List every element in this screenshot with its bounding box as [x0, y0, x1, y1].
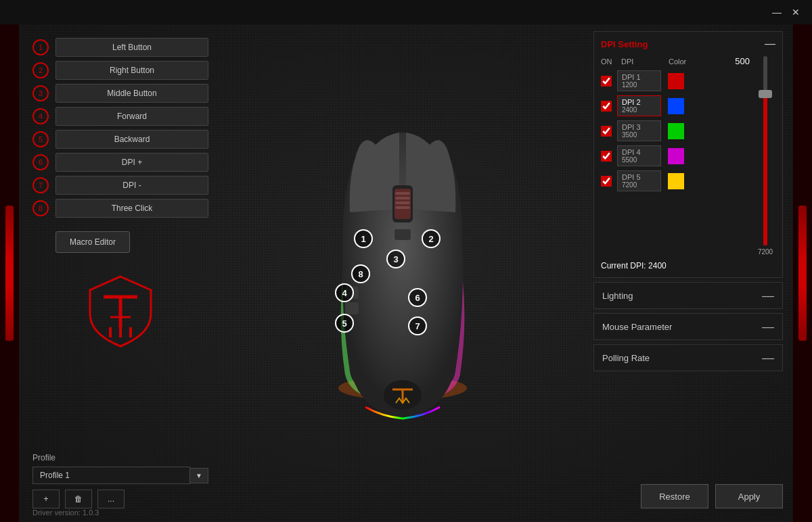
- dpi-slider-area: ON DPI Color 500 DPI 11200DPI 22400DPI 3…: [601, 56, 775, 256]
- button-label-7[interactable]: DPI -: [55, 176, 208, 195]
- mouse-parameter-minimize[interactable]: —: [762, 321, 774, 333]
- restore-button[interactable]: Restore: [641, 484, 708, 508]
- left-red-strip: [5, 206, 14, 341]
- dpi-slider-fill: [763, 94, 767, 245]
- mouse-parameter-panel: Mouse Parameter —: [593, 313, 783, 340]
- polling-rate-minimize[interactable]: —: [762, 352, 774, 364]
- mouse-label-3: 3: [386, 250, 405, 268]
- button-row: 8Three Click: [32, 199, 208, 218]
- button-row: 5Backward: [32, 130, 208, 149]
- dpi-color-swatch-5[interactable]: [668, 173, 684, 189]
- dpi-checkbox-2[interactable]: [601, 101, 612, 112]
- button-row: 2Right Button: [32, 61, 208, 80]
- dpi-checkbox-3[interactable]: [601, 126, 612, 137]
- dpi-slider-column: 7200: [755, 56, 775, 256]
- button-number-5: 5: [32, 131, 49, 147]
- logo-area: [32, 273, 208, 348]
- dpi-slider-thumb[interactable]: [759, 90, 772, 98]
- polling-rate-panel: Polling Rate —: [593, 344, 783, 371]
- dpi-name-box-4[interactable]: DPI 45500: [617, 145, 661, 166]
- dpi-panel-header: DPI Setting —: [601, 39, 775, 49]
- mouse-label-5: 5: [335, 314, 354, 333]
- dpi-row-1: DPI 11200: [601, 70, 750, 91]
- profile-arrow[interactable]: ▼: [190, 468, 208, 483]
- dpi-checkbox-5[interactable]: [601, 176, 612, 187]
- profile-select-wrap: Profile 1 ▼: [32, 467, 208, 484]
- mouse-label-2: 2: [422, 229, 441, 248]
- button-label-5[interactable]: Backward: [55, 130, 208, 149]
- dpi-name-box-3[interactable]: DPI 33500: [617, 120, 661, 141]
- dpi-col-on-label: ON: [601, 57, 621, 66]
- mouse-parameter-header[interactable]: Mouse Parameter —: [594, 314, 782, 339]
- button-number-7: 7: [32, 177, 49, 193]
- driver-version: Driver version: 1.0.3: [32, 508, 99, 517]
- mouse-label-8: 8: [351, 264, 370, 283]
- profile-more-button[interactable]: ...: [97, 490, 125, 508]
- profile-delete-button[interactable]: 🗑: [65, 490, 92, 508]
- profile-label: Profile: [32, 453, 208, 462]
- dpi-panel-minimize[interactable]: —: [765, 39, 775, 49]
- button-label-4[interactable]: Forward: [55, 107, 208, 126]
- button-number-1: 1: [32, 39, 49, 55]
- dpi-name-box-1[interactable]: DPI 11200: [617, 70, 661, 91]
- brand-logo: [87, 273, 154, 348]
- button-row: 6DPI +: [32, 153, 208, 172]
- svg-rect-14: [394, 229, 411, 240]
- main-content: 1Left Button2Right Button3Middle Button4…: [0, 24, 812, 522]
- dpi-checkbox-1[interactable]: [601, 76, 612, 87]
- dpi-color-swatch-1[interactable]: [668, 73, 684, 89]
- dpi-current-label: Current DPI:: [601, 261, 646, 270]
- dpi-name-box-2[interactable]: DPI 22400: [617, 95, 661, 116]
- right-red-strip: [798, 206, 807, 341]
- button-row: 7DPI -: [32, 176, 208, 195]
- lighting-minimize[interactable]: —: [762, 289, 774, 302]
- mouse-label-7: 7: [408, 316, 427, 335]
- button-number-2: 2: [32, 62, 49, 78]
- dpi-color-swatch-3[interactable]: [668, 123, 684, 139]
- button-row: 1Left Button: [32, 38, 208, 57]
- button-label-2[interactable]: Right Button: [55, 61, 208, 80]
- button-label-8[interactable]: Three Click: [55, 199, 208, 218]
- dpi-slider-min-val: 7200: [758, 248, 773, 256]
- dpi-current-value: 2400: [648, 261, 667, 270]
- left-panel: 1Left Button2Right Button3Middle Button4…: [19, 24, 222, 522]
- dpi-row-4: DPI 45500: [601, 145, 750, 166]
- mouse-label-1: 1: [354, 229, 373, 248]
- dpi-col-color-label: Color: [669, 57, 702, 66]
- button-number-3: 3: [32, 85, 49, 101]
- dpi-panel: DPI Setting — ON DPI Color 500 DPI 11200: [593, 31, 783, 278]
- right-panel: DPI Setting — ON DPI Color 500 DPI 11200: [583, 24, 793, 522]
- apply-button[interactable]: Apply: [715, 484, 783, 508]
- profile-actions: + 🗑 ...: [32, 490, 208, 508]
- app-window: — ✕ 1Left Button2Right Button3Middle But…: [0, 0, 812, 522]
- button-label-3[interactable]: Middle Button: [55, 84, 208, 103]
- button-number-8: 8: [32, 200, 49, 216]
- dpi-checkbox-4[interactable]: [601, 151, 612, 162]
- button-label-1[interactable]: Left Button: [55, 38, 208, 57]
- svg-rect-16: [345, 302, 359, 314]
- profile-add-button[interactable]: +: [32, 490, 60, 508]
- mouse-wrapper: 1 2 3 4 5 6 7 8: [294, 104, 511, 442]
- dpi-color-swatch-4[interactable]: [668, 148, 684, 164]
- dpi-panel-title: DPI Setting: [601, 39, 648, 49]
- dpi-color-swatch-2[interactable]: [668, 98, 684, 114]
- polling-rate-header[interactable]: Polling Rate —: [594, 345, 782, 371]
- close-button[interactable]: ✕: [786, 5, 805, 20]
- button-label-6[interactable]: DPI +: [55, 153, 208, 172]
- dpi-row-5: DPI 57200: [601, 170, 750, 191]
- dpi-row-3: DPI 33500: [601, 120, 750, 141]
- minimize-button[interactable]: —: [767, 5, 786, 20]
- mouse-label-6: 6: [408, 288, 427, 307]
- button-list: 1Left Button2Right Button3Middle Button4…: [32, 38, 208, 218]
- lighting-section-header[interactable]: Lighting —: [594, 283, 782, 308]
- profile-select[interactable]: Profile 1: [32, 467, 190, 484]
- polling-rate-title: Polling Rate: [602, 353, 650, 363]
- macro-editor-button[interactable]: Macro Editor: [55, 231, 130, 253]
- dpi-name-box-5[interactable]: DPI 57200: [617, 170, 661, 191]
- button-row: 3Middle Button: [32, 84, 208, 103]
- button-row: 4Forward: [32, 107, 208, 126]
- dpi-rows-column: ON DPI Color 500 DPI 11200DPI 22400DPI 3…: [601, 56, 750, 195]
- mouse-label-4: 4: [335, 283, 354, 302]
- left-decoration: [0, 24, 19, 522]
- right-decoration: [793, 24, 812, 522]
